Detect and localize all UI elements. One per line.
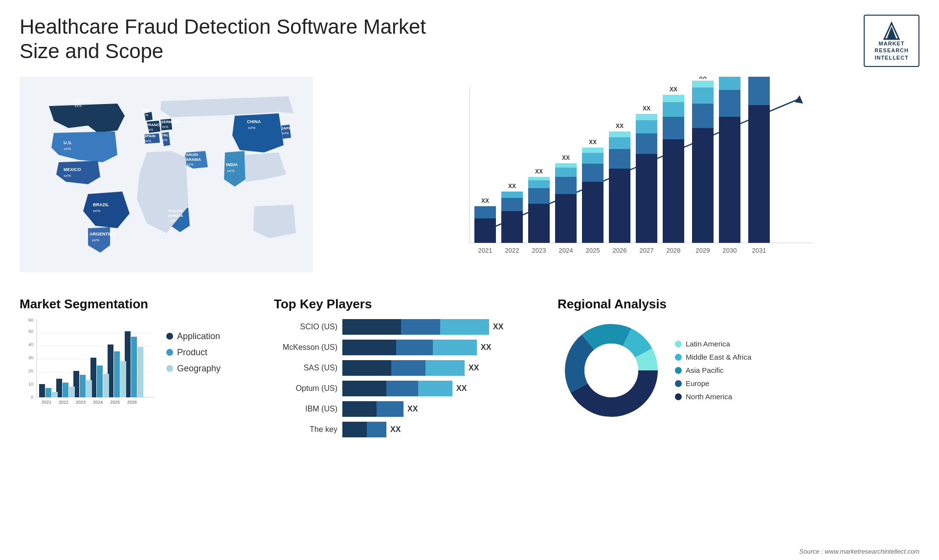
player-name: SCIO (US) — [274, 323, 337, 331]
spain-value: xx% — [145, 139, 151, 143]
player-bar — [342, 381, 452, 396]
year-2027: 2027 — [640, 247, 654, 254]
bar-mid — [401, 319, 440, 335]
player-row: IBM (US) XX — [274, 401, 548, 417]
svg-rect-33 — [45, 388, 51, 397]
svg-text:50: 50 — [28, 329, 33, 334]
india-value: xx% — [227, 169, 234, 173]
bar-light — [418, 381, 452, 396]
bar-2022-seg1 — [501, 211, 523, 243]
svg-rect-39 — [52, 392, 58, 397]
seg-legend: Application Product Geography — [166, 317, 221, 374]
bar-2028-seg4 — [663, 95, 684, 102]
bar-2026-seg1 — [609, 169, 630, 243]
map-svg: CANADA xx% U.S. xx% MEXICO xx% BRAZIL xx… — [20, 77, 313, 272]
mexico-value: xx% — [64, 173, 71, 178]
southafrica-label: SOUTH — [168, 209, 182, 213]
bar-2024-seg2 — [555, 177, 577, 194]
legend-dot-asiapac — [675, 367, 682, 374]
svg-rect-27 — [39, 384, 45, 397]
bar-2024-seg4 — [555, 163, 577, 168]
svg-rect-41 — [86, 380, 92, 397]
year-2023: 2023 — [532, 247, 546, 254]
bar-2028-seg1 — [663, 139, 684, 243]
bar-2021-seg1 — [474, 218, 496, 243]
svg-text:2026: 2026 — [127, 400, 137, 405]
india-label: INDIA — [226, 162, 238, 167]
saudi-label: SAUDI — [186, 152, 198, 157]
bar-dark — [342, 422, 367, 437]
player-value: XX — [481, 343, 491, 352]
bar-dark — [342, 360, 391, 376]
bar-2027-seg4 — [636, 114, 657, 120]
svg-text:60: 60 — [28, 318, 33, 323]
player-row: SAS (US) XX — [274, 360, 548, 376]
bar-2030-seg2 — [719, 90, 740, 117]
year-2026: 2026 — [613, 247, 627, 254]
player-bar-wrap: XX — [342, 319, 548, 335]
player-name: McKesson (US) — [274, 343, 337, 352]
player-value: XX — [407, 405, 418, 413]
year-2022: 2022 — [505, 247, 519, 254]
bar-2030-seg3 — [719, 77, 740, 90]
legend-product: Product — [166, 347, 221, 358]
uk-value: xx% — [142, 113, 148, 117]
svg-marker-6 — [795, 95, 803, 104]
source-text: Source : www.marketresearchintellect.com — [799, 548, 919, 555]
bar-2023-seg1 — [528, 204, 550, 243]
china-label: CHINA — [247, 119, 261, 124]
bar-2026-seg3 — [609, 137, 630, 149]
uk-label: U.K. — [142, 108, 150, 112]
legend-dot-mea — [675, 354, 682, 361]
bar-light — [440, 319, 489, 335]
svg-rect-38 — [131, 337, 137, 397]
logo-text: MARKET RESEARCH INTELLECT — [874, 40, 909, 61]
legend-geography: Geography — [166, 364, 221, 374]
year-2028: 2028 — [667, 247, 681, 254]
world-map-section: CANADA xx% U.S. xx% MEXICO xx% BRAZIL xx… — [20, 77, 323, 282]
bar-2024-seg3 — [555, 168, 577, 177]
bar-2022-seg2 — [501, 198, 523, 211]
bar-2025-label: XX — [589, 139, 597, 146]
france-label: FRANCE — [146, 123, 162, 127]
svg-text:20: 20 — [28, 368, 33, 373]
world-map: CANADA xx% U.S. xx% MEXICO xx% BRAZIL xx… — [20, 77, 313, 272]
bar-2031-seg1 — [748, 105, 770, 243]
legend-latam: Latin America — [675, 340, 751, 348]
player-value: XX — [390, 425, 401, 434]
italy-label: ITALY — [160, 133, 171, 137]
bar-2023-label: XX — [535, 168, 543, 175]
svg-marker-1 — [887, 26, 896, 39]
year-2029: 2029 — [696, 247, 710, 254]
svg-text:30: 30 — [28, 355, 33, 360]
legend-dot-europe — [675, 380, 682, 387]
bar-mid — [377, 401, 403, 417]
player-bar-wrap: XX — [342, 401, 548, 417]
regional-title: Regional Analysis — [558, 297, 919, 312]
spain-label: SPAIN — [144, 134, 156, 138]
player-name: Optum (US) — [274, 384, 337, 393]
bar-2029-seg1 — [692, 128, 714, 243]
bar-light — [433, 340, 477, 355]
brazil-value: xx% — [93, 209, 100, 213]
legend-dot-latam — [675, 341, 682, 347]
svg-rect-44 — [137, 347, 143, 397]
player-bar — [342, 422, 386, 437]
segmentation-title: Market Segmentation — [20, 297, 264, 312]
canada-value: xx% — [74, 104, 82, 108]
seg-chart-container: 0 10 20 30 40 50 60 2021 2022 2023 2024 … — [20, 317, 264, 414]
player-row: McKesson (US) XX — [274, 340, 548, 355]
svg-rect-37 — [114, 351, 120, 397]
bar-2024-label: XX — [562, 154, 570, 161]
bar-dark — [342, 340, 396, 355]
player-bar — [342, 319, 489, 335]
bar-mid — [391, 360, 425, 376]
japan-label: JAPAN — [281, 126, 294, 130]
year-2030: 2030 — [723, 247, 737, 254]
year-2024: 2024 — [559, 247, 573, 254]
svg-rect-43 — [120, 361, 126, 397]
mexico-label: MEXICO — [64, 167, 81, 172]
bar-dark — [342, 381, 386, 396]
bar-2022-seg3 — [501, 192, 523, 198]
bar-2027-seg3 — [636, 120, 657, 133]
